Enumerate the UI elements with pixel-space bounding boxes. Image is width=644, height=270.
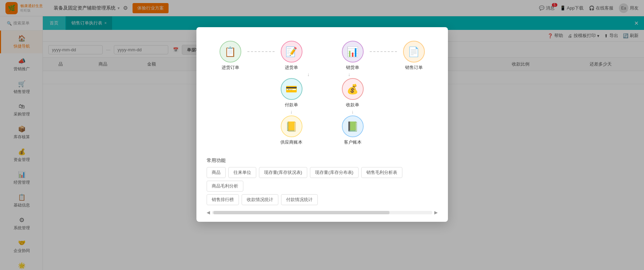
popup-overlay[interactable]: 📋 进货订单 📝 进货单 📊 销货单 📄 xyxy=(0,0,644,270)
scroll-left-icon[interactable]: ◀ xyxy=(207,210,210,215)
down-arrows-row: ↓ ↓ xyxy=(213,72,431,77)
flow-mid-row: 💳 付款单 💰 收款单 xyxy=(213,78,431,108)
flow-node-receipt[interactable]: 💰 收款单 xyxy=(336,78,370,108)
purchase-bill-icon: 📝 xyxy=(281,41,302,62)
arrow-down-sales: ↓ xyxy=(338,72,360,77)
flow-node-payment[interactable]: 💳 付款单 xyxy=(275,78,309,108)
payment-icon: 💳 xyxy=(281,78,302,100)
supplier-account-icon: 📒 xyxy=(281,115,302,137)
func-btn-product-margin[interactable]: 商品毛利分析 xyxy=(207,181,243,192)
flow-node-customer-account[interactable]: 📗 客户账本 xyxy=(336,115,370,145)
func-buttons-row2: 销售排行榜 收款情况统计 付款情况统计 xyxy=(207,194,438,205)
common-func-title: 常用功能 xyxy=(207,158,438,164)
flow-node-supplier-account[interactable]: 📒 供应商账本 xyxy=(275,115,309,145)
func-btn-stock-dist[interactable]: 现存量(库存分布表) xyxy=(310,167,359,178)
flow-node-purchase-order[interactable]: 📋 进货订单 xyxy=(213,41,247,71)
flow-diagram: 📋 进货订单 📝 进货单 📊 销货单 📄 xyxy=(207,37,438,154)
quick-nav-popup: 📋 进货订单 📝 进货单 📊 销货单 📄 xyxy=(196,27,448,222)
func-btn-product[interactable]: 商品 xyxy=(207,167,226,178)
flow-bottom-row: 📒 供应商账本 📗 客户账本 xyxy=(213,115,431,145)
common-functions-section: 常用功能 商品 往来单位 现存量(库存状况表) 现存量(库存分布表) 销售毛利分… xyxy=(207,158,438,205)
sales-order-icon: 📄 xyxy=(403,41,425,62)
scrollbar-track[interactable] xyxy=(212,211,432,214)
customer-account-icon: 📗 xyxy=(342,115,364,137)
popup-scrollbar-area: ◀ ▶ xyxy=(207,210,438,215)
dash-arrow-left-1 xyxy=(370,51,397,52)
down-arrows-row-2: ↓ ↓ xyxy=(213,109,431,114)
sales-bill-icon: 📊 xyxy=(342,41,364,62)
func-btn-receipt-stats[interactable]: 收款情况统计 xyxy=(242,194,278,205)
app-container: 🌿 畅康通好生意 旺旺版 装备及固定资产辅助管理系统 ▾ ⚙ 体验行业方案 💬 … xyxy=(0,0,644,270)
purchase-order-icon: 📋 xyxy=(220,41,241,62)
scrollbar-thumb xyxy=(213,211,389,214)
func-btn-stock-status[interactable]: 现存量(库存状况表) xyxy=(259,167,308,178)
func-btn-partners[interactable]: 往来单位 xyxy=(228,167,256,178)
func-btn-sales-margin[interactable]: 销售毛利分析表 xyxy=(361,167,402,178)
dash-arrow-right-1 xyxy=(247,51,275,52)
flow-node-sales-bill[interactable]: 📊 销货单 xyxy=(336,41,370,71)
scroll-right-icon[interactable]: ▶ xyxy=(434,210,438,215)
arrow-down-receipt: ↓ xyxy=(342,109,364,114)
arrow-down-payment: ↓ xyxy=(281,109,302,114)
flow-node-purchase-bill[interactable]: 📝 进货单 xyxy=(275,41,309,71)
flow-node-sales-order[interactable]: 📄 销售订单 xyxy=(397,41,431,71)
arrow-down-purchase: ↓ xyxy=(298,72,319,77)
receipt-icon: 💰 xyxy=(342,78,364,100)
func-btn-payment-stats[interactable]: 付款情况统计 xyxy=(281,194,318,205)
flow-top-row: 📋 进货订单 📝 进货单 📊 销货单 📄 xyxy=(213,41,431,71)
func-btn-sales-rank[interactable]: 销售排行榜 xyxy=(207,194,239,205)
func-buttons-row1: 商品 往来单位 现存量(库存状况表) 现存量(库存分布表) 销售毛利分析表 商品… xyxy=(207,167,438,192)
